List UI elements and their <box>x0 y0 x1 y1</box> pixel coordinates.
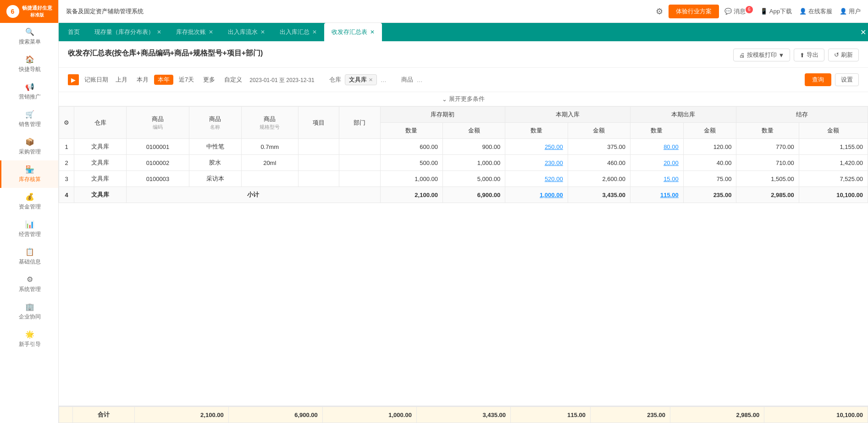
page-header: 收发存汇总表(按仓库+商品编码+商品+规格型号+项目+部门) 🖨 按模板打印 ▼… <box>59 41 868 68</box>
product-more-button[interactable]: … <box>417 77 423 83</box>
col-sub-out-amt: 金额 <box>683 123 736 139</box>
row-out-qty[interactable]: 20.00 <box>630 155 683 171</box>
tab-close-recv-send[interactable]: ✕ <box>370 29 375 35</box>
print-icon: 🖨 <box>739 52 745 59</box>
row-opening-qty: 1,000.00 <box>380 171 442 187</box>
tab-close-inout-summary[interactable]: ✕ <box>312 29 317 35</box>
sidebar-item-label: 采购管理 <box>19 148 41 156</box>
row-opening-amt: 5,000.00 <box>442 171 505 187</box>
subtotal-in-qty[interactable]: 1,000.00 <box>505 187 568 203</box>
tab-recv-send[interactable]: 收发存汇总表✕ <box>324 23 382 41</box>
tab-inventory-dist[interactable]: 现存量（库存分布表）✕ <box>87 23 169 41</box>
tab-home[interactable]: 首页 <box>61 23 87 41</box>
sidebar-item-operations[interactable]: 📊经营管理 <box>0 215 58 243</box>
sidebar-item-label: 企业协同 <box>19 313 41 321</box>
row-warehouse: 文具库 <box>74 139 127 155</box>
chevron-right-icon: ▶ <box>71 77 76 83</box>
row-product-spec <box>241 171 298 187</box>
query-button[interactable]: 查询 <box>805 73 831 86</box>
row-in-qty[interactable]: 250.00 <box>505 139 568 155</box>
date-option-more[interactable]: 更多 <box>199 75 219 85</box>
total-balance-qty: 2,985.00 <box>670 407 764 423</box>
tab-close-inventory-dist[interactable]: ✕ <box>157 29 161 35</box>
app-tag: 标准版 <box>28 12 46 18</box>
tab-close-inout-flow[interactable]: ✕ <box>260 29 265 35</box>
sidebar-item-purchase[interactable]: 📦采购管理 <box>0 133 58 160</box>
tab-batch[interactable]: 库存批次账✕ <box>169 23 221 41</box>
tab-label-inout-flow: 出入库流水 <box>228 28 258 36</box>
date-option-this-year[interactable]: 本年 <box>154 75 173 85</box>
settings-icon[interactable]: ⚙ <box>656 6 663 16</box>
row-balance-qty: 1,505.00 <box>736 171 799 187</box>
row-opening-amt: 1,000.00 <box>442 155 505 171</box>
sidebar-item-inventory[interactable]: 🏪库存核算 <box>0 160 58 188</box>
sidebar-item-basic[interactable]: 📋基础信息 <box>0 243 58 270</box>
subtotal-num: 4 <box>59 187 74 203</box>
row-num: 3 <box>59 171 74 187</box>
date-option-this-month[interactable]: 本月 <box>133 75 152 85</box>
date-option-custom[interactable]: 自定义 <box>221 75 246 85</box>
row-out-amt: 40.00 <box>683 155 736 171</box>
sidebar-item-label: 经营管理 <box>19 231 41 238</box>
messages-action[interactable]: 💬 消息 6 <box>724 7 753 16</box>
logo-text: 畅捷通好生意 <box>22 5 52 11</box>
table-settings-icon[interactable]: ⚙ <box>59 107 74 139</box>
tab-label-home: 首页 <box>68 28 80 36</box>
sidebar-item-marketing[interactable]: 📢营销推广 <box>0 78 58 105</box>
date-option-last-month[interactable]: 上月 <box>112 75 131 85</box>
tab-inout-flow[interactable]: 出入库流水✕ <box>221 23 272 41</box>
close-all-tabs-button[interactable]: ✕ <box>860 28 866 37</box>
expand-more-button[interactable]: ⌄ 展开更多条件 <box>442 95 485 103</box>
row-in-qty[interactable]: 520.00 <box>505 171 568 187</box>
sidebar-item-search[interactable]: 🔍搜索菜单 <box>0 23 58 50</box>
sidebar-item-corp[interactable]: 🏢企业协同 <box>0 298 58 325</box>
tab-close-batch[interactable]: ✕ <box>209 29 213 35</box>
filter-setting-button[interactable]: 设置 <box>835 73 859 86</box>
topbar-actions: 💬 消息 6 📱 App下载 👤 在线客服 👤 用户 <box>724 7 861 16</box>
chevron-down-icon: ▼ <box>779 52 785 59</box>
sidebar-item-system[interactable]: ⚙系统管理 <box>0 270 58 298</box>
filter-toggle-button[interactable]: ▶ <box>68 74 79 85</box>
subtotal-balance-qty: 2,985.00 <box>736 187 799 203</box>
sidebar-item-label: 系统管理 <box>19 286 41 293</box>
total-opening-qty: 2,100.00 <box>134 407 228 423</box>
online-service-action[interactable]: 👤 在线客服 <box>799 7 832 16</box>
warehouse-value: 文具库 <box>349 76 367 84</box>
sidebar-item-label: 库存核算 <box>19 176 41 183</box>
date-option-7days[interactable]: 近7天 <box>175 75 198 85</box>
total-in-qty: 1,000.00 <box>322 407 416 423</box>
sidebar-item-finance[interactable]: 💰资金管理 <box>0 188 58 215</box>
purchase-icon: 📦 <box>25 137 34 146</box>
tab-inout-summary[interactable]: 出入库汇总✕ <box>272 23 324 41</box>
inventory-icon: 🏪 <box>25 165 34 174</box>
user-action[interactable]: 👤 用户 <box>840 7 861 16</box>
app-download-action[interactable]: 📱 App下载 <box>760 7 792 16</box>
page-title: 收发存汇总表(按仓库+商品编码+商品+规格型号+项目+部门) <box>68 49 263 58</box>
warehouse-more-button[interactable]: … <box>381 77 387 83</box>
date-filter-group: 记账日期 上月 本月 本年 近7天 更多 自定义 2023-01-01 至 20… <box>84 75 315 85</box>
corp-icon: 🏢 <box>25 302 34 311</box>
row-opening-qty: 500.00 <box>380 155 442 171</box>
warehouse-remove-button[interactable]: ✕ <box>369 77 373 83</box>
row-balance-qty: 710.00 <box>736 155 799 171</box>
row-out-qty[interactable]: 80.00 <box>630 139 683 155</box>
subtotal-warehouse: 文具库 <box>74 187 127 203</box>
sidebar-item-quick[interactable]: 🏠快捷导航 <box>0 50 58 78</box>
row-in-qty[interactable]: 230.00 <box>505 155 568 171</box>
refresh-button[interactable]: ↺ 刷新 <box>828 49 859 61</box>
subtotal-out-qty[interactable]: 115.00 <box>630 187 683 203</box>
table-row: 3 文具库 0100003 采访本 1,000.00 5,000.00 520.… <box>59 171 868 187</box>
row-num: 1 <box>59 139 74 155</box>
row-out-qty[interactable]: 15.00 <box>630 171 683 187</box>
col-sub-balance-qty: 数量 <box>736 123 799 139</box>
print-button[interactable]: 🖨 按模板打印 ▼ <box>733 49 791 61</box>
main-area: 装备及固定资产辅助管理系统 ⚙ 体验行业方案 💬 消息 6 📱 App下载 👤 … <box>59 0 868 423</box>
online-service-label: 在线客服 <box>808 7 832 16</box>
row-opening-amt: 900.00 <box>442 139 505 155</box>
sidebar-item-guide[interactable]: 🌟新手引导 <box>0 325 58 353</box>
export-button[interactable]: ⬆ 导出 <box>794 49 824 61</box>
guide-icon: 🌟 <box>25 330 34 339</box>
subtotal-balance-amt: 10,100.00 <box>799 187 868 203</box>
sidebar-item-sales[interactable]: 🛒销售管理 <box>0 105 58 133</box>
trial-button[interactable]: 体验行业方案 <box>669 5 719 18</box>
